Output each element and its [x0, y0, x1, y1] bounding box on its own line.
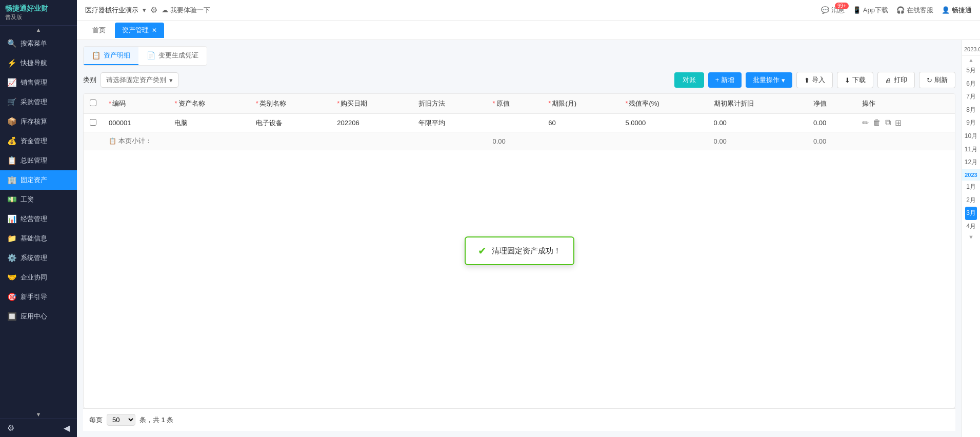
sidebar-item-库存核算[interactable]: 📦库存核算 [0, 112, 77, 131]
calendar-month-prev[interactable]: 5月 [964, 64, 978, 77]
cell-category: 电子设备 [250, 114, 331, 132]
per-page-select[interactable]: 50 100 200 [107, 414, 135, 426]
nav-icon: ⚙️ [7, 253, 16, 263]
sidebar-item-label: 新手引导 [21, 292, 47, 302]
sidebar-item-销售管理[interactable]: 📈销售管理 [0, 73, 77, 92]
success-toast: ✔ 清理固定资产成功！ [465, 236, 574, 265]
select-dropdown-icon: ▾ [169, 76, 173, 84]
message-badge: 99+ [835, 3, 849, 9]
calendar-year: 2023.03 [964, 46, 978, 52]
calendar-scroll-down[interactable]: ▼ [962, 233, 980, 241]
sidebar-item-label: 资金管理 [21, 136, 47, 146]
phone-icon: 📱 [853, 6, 861, 14]
select-all-checkbox[interactable] [90, 100, 96, 106]
calendar-month-prev[interactable]: 11月 [964, 143, 978, 156]
collapse-icon[interactable]: ◀ [64, 423, 70, 433]
refresh-btn[interactable]: ↻ 刷新 [919, 72, 955, 88]
calendar-close-btn[interactable]: ✕ [978, 44, 980, 54]
subtotal-label: 📋 本页小计： [103, 132, 487, 150]
batch-btn[interactable]: 批量操作 ▾ [746, 72, 792, 88]
message-icon: 💬 [821, 6, 829, 14]
calendar-month-current[interactable]: 2月 [965, 194, 977, 207]
sidebar-item-总账管理[interactable]: 📋总账管理 [0, 151, 77, 170]
tab-close-icon[interactable]: ✕ [152, 27, 157, 34]
sidebar: 畅捷通好业财 普及版 ▲ 🔍搜索菜单⚡快捷导航📈销售管理🛒采购管理📦库存核算💰资… [0, 0, 77, 437]
sidebar-nav: 🔍搜索菜单⚡快捷导航📈销售管理🛒采购管理📦库存核算💰资金管理📋总账管理🏢固定资产… [0, 34, 77, 410]
col-header-action: 操作 [856, 94, 955, 114]
table-header-row: *编码 *资产名称 *类别名称 *购买日期 折旧方法 *原值 *期限(月) *残… [84, 94, 955, 114]
sidebar-scroll-up[interactable]: ▲ [0, 26, 77, 34]
sidebar-item-快捷导航[interactable]: ⚡快捷导航 [0, 53, 77, 73]
more-icon[interactable]: ⊞ [895, 118, 902, 128]
download-icon: ⬇ [845, 76, 850, 84]
sidebar-item-固定资产[interactable]: 🏢固定资产 [0, 170, 77, 190]
import-btn[interactable]: ⬆ 导入 [796, 72, 833, 88]
voucher-icon: 📄 [147, 51, 155, 59]
print-btn[interactable]: 🖨 打印 [877, 72, 915, 88]
subtotal-row: 📋 本页小计： 0.00 0.00 0.00 [84, 132, 955, 150]
app-download-btn[interactable]: 📱 App下载 [853, 6, 888, 15]
sub-tab-asset-detail[interactable]: 📋 资产明细 [84, 47, 138, 65]
settings-icon[interactable]: ⚙ [7, 423, 14, 433]
user-menu[interactable]: 👤 畅捷通 [942, 6, 972, 15]
sidebar-item-系统管理[interactable]: ⚙️系统管理 [0, 248, 77, 268]
topbar-left: 医疗器械行业演示 ▾ ⚙ ☁ 我要体验一下 [85, 5, 210, 15]
reconcile-btn[interactable]: 对账 [674, 72, 704, 88]
calendar-month-prev[interactable]: 10月 [964, 130, 978, 143]
download-btn[interactable]: ⬇ 下载 [837, 72, 873, 88]
experience-btn[interactable]: ☁ 我要体验一下 [162, 6, 210, 15]
cell-residual: 5.0000 [619, 114, 707, 132]
topbar-right: 💬 消息 99+ 📱 App下载 🎧 在线客服 👤 畅捷通 [821, 6, 972, 15]
per-page-label: 每页 [89, 415, 103, 425]
subtotal-value: 0.00 [487, 132, 543, 150]
calendar-month-prev[interactable]: 9月 [964, 116, 978, 130]
new-btn[interactable]: + 新增 [708, 72, 742, 88]
sidebar-item-搜索菜单[interactable]: 🔍搜索菜单 [0, 34, 77, 53]
delete-icon[interactable]: 🗑 [873, 118, 881, 128]
category-select[interactable]: 请选择固定资产类别 ▾ [101, 72, 178, 88]
nav-icon: 🤝 [7, 273, 16, 282]
sidebar-item-工资[interactable]: 💵工资 [0, 190, 77, 209]
row-checkbox[interactable] [90, 119, 96, 126]
nav-icon: 📦 [7, 117, 16, 126]
calendar-scroll-up[interactable]: ▲ [962, 56, 980, 64]
copy-icon[interactable]: ⧉ [885, 118, 891, 128]
nav-icon: 🏢 [7, 175, 16, 185]
company-dropdown-icon[interactable]: ▾ [143, 6, 146, 14]
sidebar-item-资金管理[interactable]: 💰资金管理 [0, 131, 77, 151]
sidebar-scroll-down[interactable]: ▼ [0, 410, 77, 419]
online-service-btn[interactable]: 🎧 在线客服 [896, 6, 933, 15]
tab-asset-management[interactable]: 资产管理 ✕ [115, 23, 164, 38]
sidebar-item-经营管理[interactable]: 📊经营管理 [0, 209, 77, 229]
batch-dropdown-icon: ▾ [782, 76, 785, 84]
calendar-month-current[interactable]: 3月 [965, 207, 977, 220]
edit-icon[interactable]: ✏ [862, 118, 869, 128]
topbar-settings-icon[interactable]: ⚙ [150, 5, 157, 15]
sidebar-item-应用中心[interactable]: 🔲应用中心 [0, 307, 77, 326]
toast-message: 清理固定资产成功！ [492, 246, 561, 256]
calendar-month-prev[interactable]: 7月 [964, 90, 978, 104]
toolbar-left: 类别 请选择固定资产类别 ▾ [83, 72, 178, 88]
sidebar-item-新手引导[interactable]: 🎯新手引导 [0, 287, 77, 307]
sidebar-item-label: 采购管理 [21, 97, 47, 107]
sidebar-item-企业协同[interactable]: 🤝企业协同 [0, 268, 77, 287]
calendar-month-prev[interactable]: 8月 [964, 104, 978, 117]
calendar-month-prev[interactable]: 12月 [964, 156, 978, 169]
sidebar-item-采购管理[interactable]: 🛒采购管理 [0, 92, 77, 112]
tab-home[interactable]: 首页 [85, 23, 113, 38]
sidebar-item-基础信息[interactable]: 📁基础信息 [0, 229, 77, 248]
sidebar-item-label: 基础信息 [21, 234, 47, 243]
sub-tab-change-voucher[interactable]: 📄 变更生成凭证 [138, 47, 207, 65]
main-wrapper: 医疗器械行业演示 ▾ ⚙ ☁ 我要体验一下 💬 消息 99+ 📱 App下载 🎧… [77, 0, 980, 437]
calendar-month-current[interactable]: 1月 [965, 181, 977, 194]
nav-icon: 💵 [7, 195, 16, 204]
calendar-month-prev[interactable]: 6月 [964, 77, 978, 91]
subtotal-net: 0.00 [807, 132, 856, 150]
message-btn[interactable]: 💬 消息 99+ [821, 6, 845, 15]
select-all-header[interactable] [84, 94, 103, 114]
row-checkbox-cell[interactable] [84, 114, 103, 132]
sidebar-item-label: 系统管理 [21, 253, 47, 263]
calendar-month-current[interactable]: 4月 [965, 220, 977, 233]
col-header-name: *资产名称 [168, 94, 249, 114]
sidebar-item-label: 工资 [21, 195, 34, 204]
